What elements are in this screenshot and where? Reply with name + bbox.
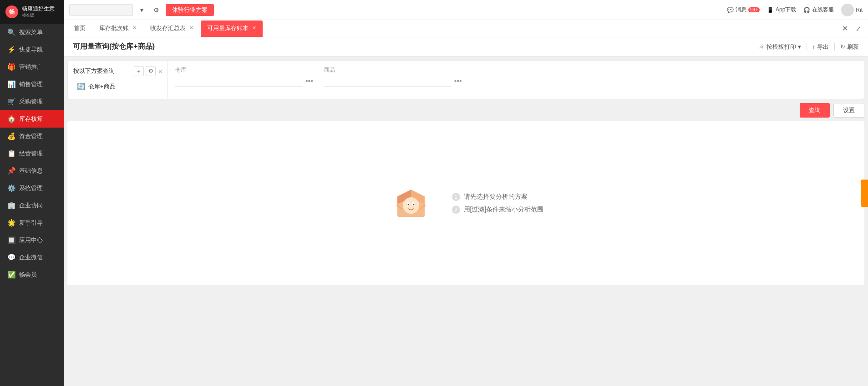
sidebar-item-marketing[interactable]: 🎁 营销推广: [0, 58, 64, 76]
trial-industry-btn[interactable]: 体验行业方案: [166, 4, 214, 16]
warehouse-more-btn[interactable]: •••: [305, 77, 313, 85]
topbar-search-area: ▾ ⚙: [69, 4, 162, 16]
sidebar-item-label: 销售管理: [19, 80, 43, 88]
wechat-icon: 💬: [7, 253, 15, 262]
app-title: 畅康通好生意: [22, 5, 55, 13]
settings-btn[interactable]: 设置: [833, 103, 864, 118]
sidebar-item-finance[interactable]: 💰 资金管理: [0, 128, 64, 145]
gift-icon: 🎁: [7, 63, 15, 71]
tab-batch-account-label: 库存批次账: [99, 24, 129, 32]
empty-state: 1 请先选择要分析的方案 2 用[过滤]条件来缩小分析范围: [67, 121, 864, 285]
export-icon: ↑: [812, 43, 816, 50]
check-icon: ✅: [7, 271, 15, 279]
goods-label: 商品: [324, 66, 462, 74]
sidebar-item-label: 库存核算: [19, 115, 43, 123]
print-label: 按模板打印: [766, 43, 796, 51]
money-icon: 💰: [7, 132, 15, 140]
sidebar-item-label: 资金管理: [19, 132, 43, 140]
sidebar-item-operations[interactable]: 📋 经营管理: [0, 145, 64, 162]
print-btn[interactable]: 🖨 按模板打印 ▾: [759, 43, 801, 51]
divider-1: [807, 43, 807, 51]
tab-expand-btn[interactable]: ⤢: [853, 23, 864, 35]
export-btn[interactable]: ↑ 导出: [812, 43, 829, 51]
refresh-label: 刷新: [847, 43, 859, 51]
tab-batch-account-close[interactable]: ✕: [132, 25, 137, 31]
print-icon: 🖨: [759, 43, 765, 50]
sidebar-item-label: 快捷导航: [19, 46, 43, 54]
messages-btn[interactable]: 💬 消息 99+: [727, 6, 760, 14]
app-download-btn[interactable]: 📱 App下载: [767, 6, 796, 14]
tab-receive-summary[interactable]: 收发存汇总表 ✕: [144, 21, 200, 37]
clipboard-icon: 📋: [7, 149, 15, 158]
sidebar-item-basic[interactable]: 📌 基础信息: [0, 162, 64, 180]
empty-step-2: 2 用[过滤]条件来缩小分析范围: [452, 206, 544, 214]
warehouse-input[interactable]: [175, 76, 303, 87]
step-1-num: 1: [452, 193, 460, 201]
filter-panel: 按以下方案查询 ＋ ⚙ « 🔄 仓库+商品 仓库: [67, 60, 864, 99]
filter-settings-btn[interactable]: ⚙: [146, 66, 156, 76]
sidebar-item-label: 营销推广: [19, 63, 43, 71]
user-avatar-btn[interactable]: Rit: [841, 4, 863, 16]
topbar-settings-btn[interactable]: ⚙: [150, 4, 162, 16]
empty-illustration: [388, 180, 434, 226]
sidebar-item-purchase[interactable]: 🛒 采购管理: [0, 93, 64, 110]
sidebar-item-apps[interactable]: 🔲 应用中心: [0, 232, 64, 249]
warehouse-field-row: •••: [175, 76, 313, 87]
tab-home-label: 首页: [74, 24, 86, 32]
sidebar-item-sales[interactable]: 📊 销售管理: [0, 76, 64, 93]
sidebar-item-label: 企业微信: [19, 253, 43, 262]
sidebar-item-newbie[interactable]: 🌟 新手引导: [0, 214, 64, 232]
tab-available-ledger-label: 可用量库存账本: [207, 24, 249, 32]
sidebar-item-member[interactable]: ✅ 畅会员: [0, 266, 64, 283]
messages-badge: 99+: [748, 7, 760, 12]
goods-input[interactable]: [324, 76, 452, 87]
scheme-icon: 🔄: [77, 82, 86, 91]
sidebar-item-label: 企业协同: [19, 201, 43, 210]
tab-available-ledger-close[interactable]: ✕: [252, 25, 256, 31]
empty-state-content: 1 请先选择要分析的方案 2 用[过滤]条件来缩小分析范围: [388, 180, 544, 226]
goods-more-btn[interactable]: •••: [454, 77, 462, 85]
topbar-dropdown-btn[interactable]: ▾: [136, 4, 147, 16]
sidebar-header: 畅 畅康通好生意 标准版: [0, 0, 64, 24]
sidebar-item-inventory[interactable]: 🏠 库存核算: [0, 110, 64, 128]
topbar: ▾ ⚙ 体验行业方案 💬 消息 99+ 📱 App下载 🎧 在线客服 Rit: [64, 0, 868, 20]
sidebar-item-shortcut[interactable]: ⚡ 快捷导航: [0, 41, 64, 58]
cart-icon: 🛒: [7, 98, 15, 106]
tabs-bar-actions: ✕ ⤢: [839, 23, 864, 35]
gear-icon: ⚙️: [7, 184, 15, 192]
sidebar-item-label: 经营管理: [19, 149, 43, 158]
step-2-text: 用[过滤]条件来缩小分析范围: [464, 206, 544, 214]
tab-close-all-btn[interactable]: ✕: [839, 23, 851, 35]
tab-receive-summary-close[interactable]: ✕: [189, 25, 193, 31]
sidebar-item-label: 新手引导: [19, 219, 43, 227]
tab-home[interactable]: 首页: [67, 21, 92, 37]
sidebar-item-system[interactable]: ⚙️ 系统管理: [0, 180, 64, 197]
tab-available-ledger[interactable]: 可用量库存账本 ✕: [201, 21, 263, 37]
filter-collapse-btn[interactable]: «: [158, 67, 162, 75]
filter-add-btn[interactable]: ＋: [134, 66, 144, 76]
filter-right: 仓库 ••• 商品 •••: [168, 61, 864, 99]
pin-icon: 📌: [7, 167, 15, 175]
filter-item-warehouse-goods[interactable]: 🔄 仓库+商品: [73, 80, 162, 93]
tab-batch-account[interactable]: 库存批次账 ✕: [93, 21, 143, 37]
right-edge-handle[interactable]: [861, 180, 868, 207]
sidebar-item-label: 系统管理: [19, 184, 43, 192]
sidebar-item-label: 采购管理: [19, 98, 43, 106]
topbar-search-input[interactable]: [69, 4, 133, 16]
online-service-btn[interactable]: 🎧 在线客服: [803, 6, 834, 14]
online-service-label: 在线客服: [812, 6, 834, 14]
refresh-btn[interactable]: ↻ 刷新: [840, 43, 859, 51]
sidebar-item-wecom[interactable]: 💬 企业微信: [0, 249, 64, 266]
print-dropdown-icon: ▾: [798, 43, 801, 50]
step-1-text: 请先选择要分析的方案: [464, 193, 528, 201]
page-header-actions: 🖨 按模板打印 ▾ ↑ 导出 ↻ 刷新: [759, 43, 859, 51]
message-icon: 💬: [727, 7, 734, 13]
sidebar-item-search[interactable]: 🔍 搜索菜单: [0, 24, 64, 41]
page-content: 可用量查询(按仓库+商品) 🖨 按模板打印 ▾ ↑ 导出 ↻ 刷新: [64, 37, 868, 386]
sidebar-item-label: 畅会员: [19, 271, 37, 279]
query-btn[interactable]: 查询: [800, 103, 830, 118]
export-label: 导出: [817, 43, 829, 51]
sidebar-item-label: 应用中心: [19, 236, 43, 244]
filter-left: 按以下方案查询 ＋ ⚙ « 🔄 仓库+商品: [68, 61, 168, 99]
sidebar-item-enterprise[interactable]: 🏢 企业协同: [0, 197, 64, 214]
